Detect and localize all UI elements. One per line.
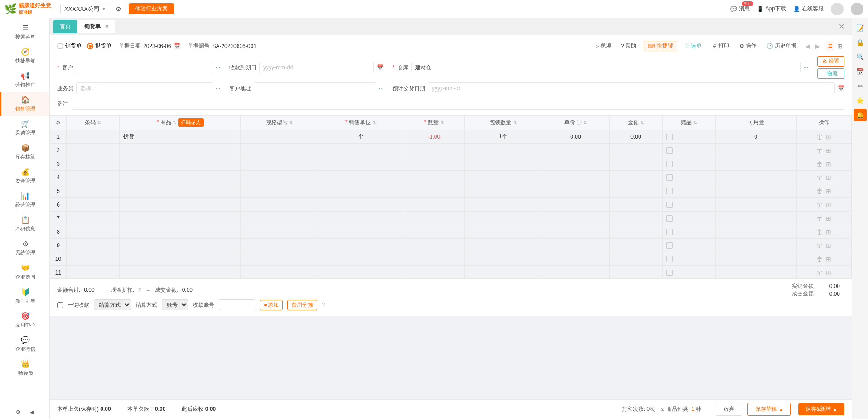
video-button[interactable]: ▷ 视频 [592,41,614,51]
avatar[interactable] [831,3,844,15]
sort-spec-icon[interactable]: ⇅ [289,120,293,125]
gift-checkbox[interactable] [666,256,673,262]
row-pack-qty[interactable] [465,198,542,212]
sidebar-item-guide[interactable]: 🔰 新手引导 [0,284,49,308]
row-product[interactable] [119,266,240,279]
settings-button[interactable]: ⚙ 设置 [817,56,844,67]
row-barcode[interactable] [67,266,120,279]
save-draft-button[interactable]: 保存草稿 ▲ [747,403,791,416]
row-pack-qty[interactable] [465,252,542,266]
gift-checkbox[interactable] [666,270,673,276]
customer-dots[interactable]: ··· [216,64,220,71]
delete-row-icon[interactable]: 🗑 [815,255,824,263]
row-price[interactable] [542,171,609,184]
copy-row-icon[interactable]: ⊞ [825,215,832,222]
row-amount[interactable] [609,184,662,198]
row-amount[interactable] [609,239,662,252]
sort-barcode-icon[interactable]: ⇅ [97,120,101,125]
payment-method-select[interactable]: 结算方式 [94,299,131,310]
discount-help-icon[interactable]: ? [138,287,141,294]
row-unit[interactable] [318,171,403,184]
row-amount[interactable]: 0.00 [609,130,662,144]
gift-checkbox[interactable] [666,161,673,167]
row-product[interactable] [119,144,240,157]
app-download-button[interactable]: 📱 App下载 [757,5,786,13]
gift-checkbox[interactable] [666,229,673,235]
salesperson-dots[interactable]: ··· [216,85,220,92]
row-spec[interactable] [241,266,318,279]
sidebar-item-enterprise[interactable]: 🤝 企业协同 [0,260,49,284]
row-pack-qty[interactable] [465,157,542,171]
warehouse-dots[interactable]: ··· [804,64,808,71]
discard-button[interactable]: 放弃 [716,403,742,416]
close-window-icon[interactable]: ✕ [839,22,844,31]
company-selector[interactable]: XXXXXX公司 ▼ [60,4,110,14]
gift-checkbox[interactable] [666,134,673,140]
row-barcode[interactable] [67,198,120,212]
copy-row-icon[interactable]: ⊞ [825,147,832,154]
radio-return[interactable]: 退货单 [87,42,112,50]
tab-home[interactable]: 首页 [53,20,77,33]
row-spec[interactable] [241,239,318,252]
radio-sale[interactable]: 销货单 [57,42,82,50]
row-price[interactable] [542,144,609,157]
row-gift[interactable] [662,144,715,157]
row-gift[interactable] [662,212,715,225]
delete-row-icon[interactable]: 🗑 [815,228,824,236]
sidebar-item-operations[interactable]: 📊 经营管理 [0,188,49,212]
help-button[interactable]: ? 帮助 [618,41,639,51]
row-product[interactable] [119,184,240,198]
row-price[interactable] [542,184,609,198]
delete-row-icon[interactable]: 🗑 [815,133,824,140]
sort-qty-icon[interactable]: ⇅ [440,120,444,125]
row-amount[interactable] [609,144,662,157]
operation-button[interactable]: ⚙ 操作 [737,41,759,51]
sidebar-item-inventory[interactable]: 📦 库存核算 [0,140,49,164]
sidebar-item-purchase[interactable]: 🛒 采购管理 [0,116,49,140]
row-amount[interactable] [609,225,662,239]
tab-sales-order[interactable]: 销货单 ✕ [78,20,115,33]
row-qty[interactable] [403,171,465,184]
delete-row-icon[interactable]: 🗑 [815,215,824,222]
delete-row-icon[interactable]: 🗑 [815,174,824,181]
sort-pack-icon[interactable]: ⇅ [513,120,517,125]
customer-addr-input[interactable] [254,82,376,94]
row-spec[interactable] [241,198,318,212]
row-qty[interactable] [403,225,465,239]
row-pack-qty[interactable]: 1个 [465,130,542,144]
delete-row-icon[interactable]: 🗑 [815,147,824,154]
sidebar-item-sales[interactable]: 🏠 销售管理 [0,92,49,116]
row-unit[interactable]: 个 [318,130,403,144]
copy-row-icon[interactable]: ⊞ [825,228,832,236]
row-unit[interactable] [318,212,403,225]
row-qty[interactable] [403,239,465,252]
delete-row-icon[interactable]: 🗑 [815,269,824,276]
row-unit[interactable] [318,157,403,171]
support-button[interactable]: 👤 在线客服 [793,5,824,13]
row-qty[interactable] [403,157,465,171]
row-gift[interactable] [662,171,715,184]
row-qty[interactable]: -1.00 [403,130,465,144]
row-unit[interactable] [318,184,403,198]
copy-row-icon[interactable]: ⊞ [825,133,832,140]
sidebar-item-search[interactable]: ☰ 搜索菜单 [0,20,49,44]
expected-date-input[interactable]: yyyy-mm-dd [428,82,835,94]
row-price[interactable] [542,266,609,279]
row-amount[interactable] [609,266,662,279]
delete-row-icon[interactable]: 🗑 [815,160,824,168]
logistics-button[interactable]: + 物流 [817,68,844,79]
sort-unit-icon[interactable]: ⇅ [372,120,376,125]
shortcut-button[interactable]: ⌨ 快捷键 [644,41,677,51]
row-product[interactable] [119,171,240,184]
row-gift[interactable] [662,157,715,171]
copy-row-icon[interactable]: ⊞ [825,160,832,168]
row-amount[interactable] [609,212,662,225]
row-product[interactable] [119,252,240,266]
sidebar-settings-icon[interactable]: ⚙ [16,409,21,415]
row-qty[interactable] [403,266,465,279]
row-amount[interactable] [609,198,662,212]
grid-view-icon[interactable]: ⊞ [835,42,844,51]
row-qty[interactable] [403,184,465,198]
row-qty[interactable] [403,252,465,266]
row-spec[interactable] [241,144,318,157]
